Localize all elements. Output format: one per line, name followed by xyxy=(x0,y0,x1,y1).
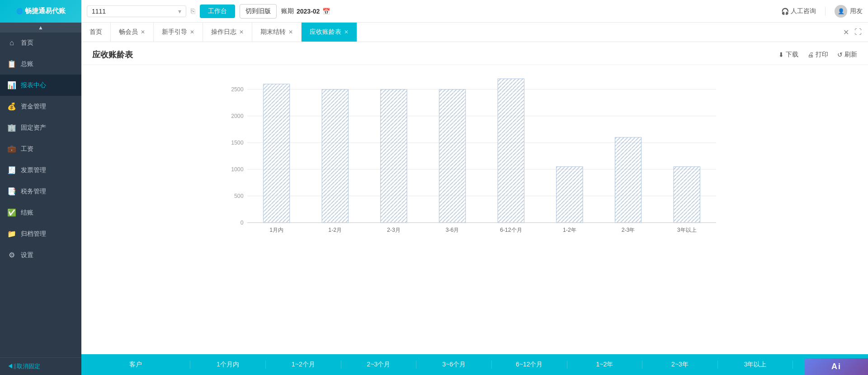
svg-rect-27 xyxy=(674,167,700,223)
tab-close-icon[interactable]: ✕ xyxy=(344,29,349,35)
svg-rect-23 xyxy=(557,167,583,223)
tab-home[interactable]: 首页 xyxy=(81,23,111,42)
tab-label: 畅会员 xyxy=(119,28,138,36)
table-header-col-8: 3年以上 xyxy=(718,361,793,369)
expand-icon[interactable]: ⛶ xyxy=(853,26,863,38)
sidebar-item-label: 税务管理 xyxy=(21,188,46,196)
sidebar: ▲ ⌂ 首页📋 总账📊 报表中心💰 资金管理🏢 固定资产💼 工资🧾 发票管理📑 … xyxy=(0,23,81,375)
svg-text:1500: 1500 xyxy=(231,140,244,146)
tax-icon: 📑 xyxy=(7,187,16,196)
svg-text:1-2月: 1-2月 xyxy=(328,227,342,233)
settle-icon: ✅ xyxy=(7,208,16,217)
sidebar-item-home[interactable]: ⌂ 首页 xyxy=(0,33,81,53)
switch-button[interactable]: 切到旧版 xyxy=(240,4,277,19)
svg-rect-15 xyxy=(322,89,348,223)
svg-rect-17 xyxy=(381,89,407,223)
table-header-col-5: 6~12个月 xyxy=(492,361,567,369)
tab-member[interactable]: 畅会员✕ xyxy=(111,23,154,42)
funds-icon: 💰 xyxy=(7,102,16,111)
sidebar-item-settings[interactable]: ⚙ 设置 xyxy=(0,244,81,266)
sidebar-item-label: 工资 xyxy=(21,145,33,153)
company-selector[interactable]: 1111 ▾ xyxy=(87,5,186,17)
sidebar-scroll-up[interactable]: ▲ xyxy=(0,23,81,33)
svg-text:3年以上: 3年以上 xyxy=(677,227,697,233)
page-content: 应收账龄表 ⬇ 下载 🖨 打印 ↺ 刷新 xyxy=(81,42,868,375)
sidebar-item-ledger[interactable]: 📋 总账 xyxy=(0,53,81,75)
archive-icon: 📁 xyxy=(7,230,16,238)
svg-rect-21 xyxy=(498,79,524,222)
sidebar-item-label: 设置 xyxy=(21,251,33,259)
tab-label: 期末结转 xyxy=(260,28,286,36)
tab-close-icon[interactable]: ✕ xyxy=(239,29,244,35)
table-header-col-1: 1个月内 xyxy=(190,361,266,369)
table-header-col-2: 1~2个月 xyxy=(266,361,341,369)
page-header: 应收账龄表 ⬇ 下载 🖨 打印 ↺ 刷新 xyxy=(81,42,868,65)
table-header-col-3: 2~3个月 xyxy=(341,361,417,369)
table-header-col-4: 3~6个月 xyxy=(416,361,492,369)
tab-period-end[interactable]: 期末结转✕ xyxy=(252,23,302,42)
chart-svg: 050010001500200025001月内1-2月2-3月3-6月6-12个… xyxy=(92,74,857,246)
svg-rect-13 xyxy=(263,84,289,223)
content-area: 首页畅会员✕新手引导✕操作日志✕期末结转✕应收账龄表✕ ✕ ⛶ 应收账龄表 ⬇ … xyxy=(81,23,868,375)
sidebar-item-invoice[interactable]: 🧾 发票管理 xyxy=(0,159,81,181)
tab-oplog[interactable]: 操作日志✕ xyxy=(203,23,252,42)
tabs-right: ✕ ⛶ xyxy=(841,26,868,38)
close-all-icon[interactable]: ✕ xyxy=(841,26,851,38)
sidebar-item-label: 归档管理 xyxy=(21,230,46,238)
refresh-icon: ↺ xyxy=(837,51,843,58)
svg-rect-25 xyxy=(615,137,641,223)
sidebar-item-label: 结账 xyxy=(21,209,33,217)
avatar: 👤 xyxy=(835,5,847,18)
svg-text:6-12个月: 6-12个月 xyxy=(500,227,522,233)
print-button[interactable]: 🖨 打印 xyxy=(807,51,828,59)
sidebar-item-reports[interactable]: 📊 报表中心 xyxy=(0,75,81,96)
page-actions: ⬇ 下载 🖨 打印 ↺ 刷新 xyxy=(778,51,857,59)
chevron-down-icon: ▾ xyxy=(178,8,181,15)
reports-icon: 📊 xyxy=(7,81,16,89)
invoice-icon: 🧾 xyxy=(7,166,16,174)
chart-container: 050010001500200025001月内1-2月2-3月3-6月6-12个… xyxy=(81,65,868,354)
period-info: 账期 2023-02 📅 xyxy=(281,7,330,15)
page-title: 应收账龄表 xyxy=(92,49,133,60)
app-logo: 🌀 畅捷通易代账 xyxy=(0,0,81,23)
svg-text:2500: 2500 xyxy=(231,86,244,93)
tab-label: 操作日志 xyxy=(211,28,236,36)
workspace-button[interactable]: 工作台 xyxy=(200,5,235,18)
svg-text:3-6月: 3-6月 xyxy=(446,227,459,233)
tab-close-icon[interactable]: ✕ xyxy=(190,29,194,35)
print-icon: 🖨 xyxy=(807,51,814,58)
tab-close-icon[interactable]: ✕ xyxy=(288,29,293,35)
sidebar-item-payroll[interactable]: 💼 工资 xyxy=(0,138,81,159)
consult-button[interactable]: 🎧 人工咨询 xyxy=(781,7,816,15)
svg-text:0: 0 xyxy=(241,220,244,226)
sidebar-footer[interactable]: ◀‖取消固定 xyxy=(0,357,81,375)
divider xyxy=(825,7,826,16)
download-button[interactable]: ⬇ 下载 xyxy=(778,51,798,59)
tab-guide[interactable]: 新手引导✕ xyxy=(154,23,203,42)
table-header-col-0: 客户 xyxy=(81,361,190,369)
table-header-col-6: 1~2年 xyxy=(567,361,643,369)
sidebar-item-settle[interactable]: ✅ 结账 xyxy=(0,202,81,223)
tabs-bar: 首页畅会员✕新手引导✕操作日志✕期末结转✕应收账龄表✕ ✕ ⛶ xyxy=(81,23,868,42)
sidebar-item-label: 首页 xyxy=(21,39,33,47)
sidebar-item-tax[interactable]: 📑 税务管理 xyxy=(0,181,81,202)
tab-aging[interactable]: 应收账龄表✕ xyxy=(302,23,357,42)
copy-icon[interactable]: ⎘ xyxy=(191,7,195,15)
tab-label: 应收账龄表 xyxy=(310,28,341,36)
refresh-button[interactable]: ↺ 刷新 xyxy=(837,51,857,59)
ai-badge[interactable]: Ai xyxy=(805,358,868,375)
calendar-icon[interactable]: 📅 xyxy=(322,8,330,15)
svg-text:2-3年: 2-3年 xyxy=(622,227,635,233)
svg-text:2-3月: 2-3月 xyxy=(387,227,401,233)
user-menu[interactable]: 👤 用友 xyxy=(835,5,863,18)
sidebar-item-archive[interactable]: 📁 归档管理 xyxy=(0,223,81,244)
tab-close-icon[interactable]: ✕ xyxy=(141,29,145,35)
sidebar-item-funds[interactable]: 💰 资金管理 xyxy=(0,96,81,117)
sidebar-item-fixed-assets[interactable]: 🏢 固定资产 xyxy=(0,117,81,138)
svg-text:1月内: 1月内 xyxy=(269,227,283,233)
sidebar-item-label: 总账 xyxy=(21,60,33,68)
tab-label: 首页 xyxy=(90,28,102,36)
headset-icon: 🎧 xyxy=(781,8,789,15)
settings-icon: ⚙ xyxy=(7,251,16,259)
payroll-icon: 💼 xyxy=(7,145,16,153)
